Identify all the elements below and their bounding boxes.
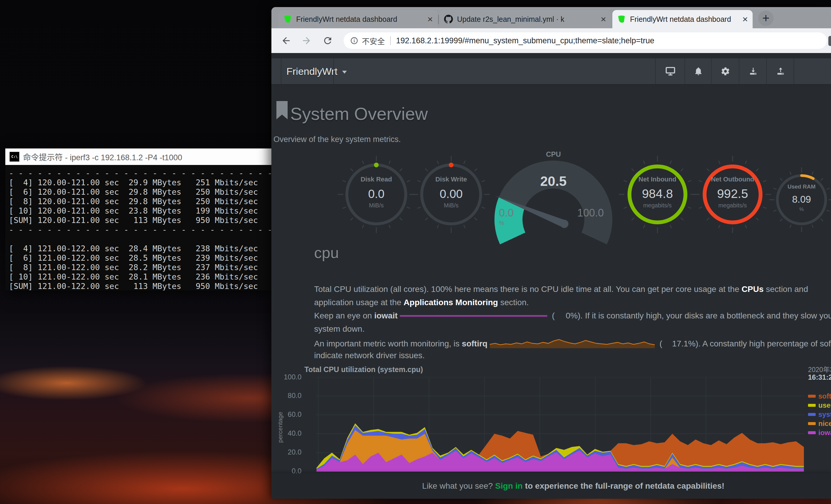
cpus-link[interactable]: CPUs xyxy=(742,285,764,294)
terminal-title-bar[interactable]: C:\ 命令提示符 - iperf3 -c 192.168.1.2 -P4 -t… xyxy=(5,148,271,165)
back-arrow-icon xyxy=(281,35,291,46)
url-text[interactable]: 192.168.2.1:19999/#menu_system_submenu_c… xyxy=(396,36,655,46)
alarms-button[interactable] xyxy=(685,58,712,84)
legend-swatch xyxy=(808,413,816,416)
y-tick: 20.0 xyxy=(271,448,302,456)
gauge-disk-read[interactable]: Disk Read 0.0 MiB/s xyxy=(335,153,418,236)
tab-strip: FriendlyWrt netdata dashboard × Update r… xyxy=(271,7,831,28)
gauge-value: 20.5 xyxy=(517,173,590,189)
bell-icon xyxy=(694,66,703,76)
toolbar-edge-sliver xyxy=(828,36,831,46)
legend-swatch xyxy=(808,404,816,407)
host-dropdown[interactable]: FriendlyWrt xyxy=(286,58,347,84)
gauge-label: Net Inbound xyxy=(616,176,699,183)
gauge-net-inbound[interactable]: Net Inbound 984.8 megabits/s xyxy=(616,153,699,236)
chart-timestamp-date: 2020年3月21日 xyxy=(808,364,831,374)
url-bar[interactable]: 不安全 192.168.2.1:19999/#menu_system_subme… xyxy=(344,32,827,49)
export-snapshot-button[interactable] xyxy=(766,58,794,84)
y-tick: 80.0 xyxy=(271,391,302,400)
cpu-utilization-chart[interactable] xyxy=(316,377,804,472)
tab-close-icon[interactable]: × xyxy=(601,14,606,24)
signin-bar: Like what you see? Sign in to experience… xyxy=(271,473,831,499)
chevron-down-icon xyxy=(342,71,347,73)
monitor-icon xyxy=(665,66,676,76)
gauge-used-ram[interactable]: Used RAM 8.09 % xyxy=(769,167,831,232)
gear-icon xyxy=(721,66,730,76)
settings-button[interactable] xyxy=(711,58,739,84)
gauge-disk-write[interactable]: Disk Write 0.00 MiB/s xyxy=(410,153,492,236)
browser-window: FriendlyWrt netdata dashboard × Update r… xyxy=(271,7,831,499)
softirq-value: 17.1%). xyxy=(662,339,700,349)
y-tick: 100.0 xyxy=(271,373,302,382)
softirq-sparkline[interactable] xyxy=(490,337,655,348)
tab-github-update[interactable]: Update r2s_lean_minimal.yml · k × xyxy=(439,10,611,28)
host-name: FriendlyWrt xyxy=(286,66,337,77)
print-dashboard-button[interactable] xyxy=(655,58,685,84)
gauge-net-outbound[interactable]: Net Outbound 992.5 megabits/s xyxy=(691,153,774,236)
tab-friendlywrt-1[interactable]: FriendlyWrt netdata dashboard × xyxy=(279,10,438,28)
cpu-description-line2: application usage at the Applications Mo… xyxy=(314,298,529,307)
tab-close-icon[interactable]: × xyxy=(742,14,748,24)
sign-in-link[interactable]: Sign in xyxy=(495,481,522,491)
import-snapshot-button[interactable] xyxy=(739,58,767,84)
forward-arrow-icon xyxy=(301,35,312,46)
cpu-description-line3: Keep an eye on iowait (0%). If it is con… xyxy=(314,311,831,321)
gauge-unit: MiB/s xyxy=(335,202,418,209)
page-subtitle: Overview of the key system metrics. xyxy=(274,135,401,144)
legend-item-nice[interactable]: nice xyxy=(808,419,831,428)
chart-title: Total CPU utilization (system.cpu) xyxy=(305,365,423,374)
site-info-icon[interactable] xyxy=(350,36,358,45)
iowait-sparkline[interactable] xyxy=(400,316,547,316)
github-favicon-icon xyxy=(444,15,453,24)
netdata-page: FriendlyWrt System Ove xyxy=(271,53,831,499)
forward-button[interactable] xyxy=(298,32,315,49)
gauge-unit: megabits/s xyxy=(691,202,774,209)
tab-friendlywrt-active[interactable]: FriendlyWrt netdata dashboard × xyxy=(612,10,753,28)
y-tick: 60.0 xyxy=(271,410,302,419)
legend-item-iowait[interactable]: iowait xyxy=(808,428,831,437)
netdata-header: FriendlyWrt xyxy=(271,58,831,85)
header-button-partial[interactable] xyxy=(794,58,831,84)
gauge-unit: % xyxy=(769,207,831,212)
gauge-value: 8.09 xyxy=(769,194,831,205)
cmd-prompt-icon: C:\ xyxy=(9,152,20,162)
section-title: cpu xyxy=(314,244,339,262)
legend-swatch xyxy=(808,422,816,425)
gauge-unit: megabits/s xyxy=(616,202,699,209)
reload-button[interactable] xyxy=(319,32,336,49)
legend-item-system[interactable]: system xyxy=(808,410,831,419)
legend-item-softirq[interactable]: softirq xyxy=(808,391,831,401)
download-icon xyxy=(748,66,758,76)
chart-timestamp-time: 16:31:25 xyxy=(808,373,831,382)
gauge-value: 992.5 xyxy=(691,187,774,201)
bookmark-icon xyxy=(277,101,288,120)
chart-legend: softirq user system nice iowait xyxy=(808,391,831,437)
tab-close-icon[interactable]: × xyxy=(427,14,433,24)
tab-label: FriendlyWrt netdata dashboard xyxy=(296,15,424,24)
cpu-gauge-svg xyxy=(494,160,613,245)
gauge-label: Used RAM xyxy=(769,183,831,190)
upload-icon xyxy=(776,66,785,76)
new-tab-button[interactable]: + xyxy=(758,10,774,26)
gauge-value: 0.00 xyxy=(410,187,492,201)
cpu-description-line4: system down. xyxy=(314,324,365,334)
gauge-label: Disk Write xyxy=(410,176,492,183)
y-axis-label: percentage xyxy=(277,392,284,463)
legend-item-user[interactable]: user xyxy=(808,401,831,410)
terminal-title: 命令提示符 - iperf3 -c 192.168.1.2 -P4 -t1000 xyxy=(23,151,182,162)
reload-icon xyxy=(322,35,333,46)
url-divider xyxy=(390,36,391,45)
applications-monitoring-link[interactable]: Applications Monitoring xyxy=(404,298,498,307)
friendlywrt-favicon-icon xyxy=(283,15,292,24)
back-button[interactable] xyxy=(278,32,294,49)
y-tick: 40.0 xyxy=(271,429,302,438)
legend-swatch xyxy=(808,431,816,434)
terminal-window[interactable]: C:\ 命令提示符 - iperf3 -c 192.168.1.2 -P4 -t… xyxy=(5,148,271,291)
terminal-output: - - - - - - - - - - - - - - - - - - - - … xyxy=(5,165,271,291)
legend-swatch xyxy=(808,395,816,398)
gauge-unit: MiB/s xyxy=(410,202,492,209)
gauge-min: 0.0 xyxy=(499,207,514,219)
tab-label: Update r2s_lean_minimal.yml · k xyxy=(457,15,597,24)
cpu-description-line5: An important metric worth monitoring, is… xyxy=(314,337,831,349)
gauge-unit: % xyxy=(499,220,504,227)
